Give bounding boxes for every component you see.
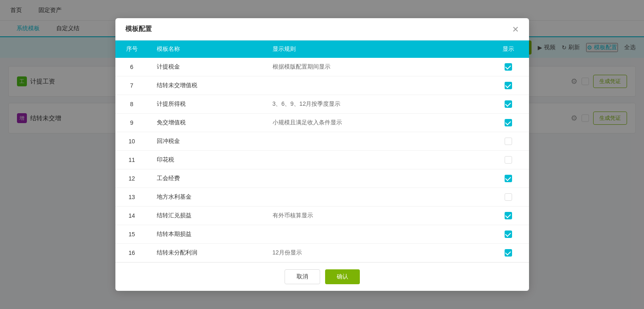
cell-name: 回冲税金 [148, 132, 264, 151]
modal-footer: 取消 确认 [115, 262, 529, 291]
checkbox-container [494, 100, 522, 108]
confirm-button[interactable]: 确认 [325, 269, 360, 284]
checkbox-container [494, 156, 522, 164]
cell-name: 免交增值税 [148, 114, 264, 132]
modal-header: 模板配置 ✕ [115, 18, 529, 40]
cell-show [488, 244, 529, 262]
cell-name: 结转本期损益 [148, 225, 264, 244]
modal-overlay: 模板配置 ✕ 序号 模板名称 显示规则 显示 6计提税金根据模版配置期间显示7结… [0, 0, 644, 309]
col-seq: 序号 [115, 40, 148, 58]
cell-seq: 15 [115, 225, 148, 244]
cell-show [488, 58, 529, 76]
table-body: 6计提税金根据模版配置期间显示7结转未交增值税8计提所得税3、6、9、12月按季… [115, 58, 529, 262]
checkbox-container [494, 249, 522, 257]
checkbox-checked[interactable] [505, 175, 512, 182]
cell-show [488, 169, 529, 188]
checkbox-container [494, 193, 522, 201]
cell-show [488, 151, 529, 169]
cell-seq: 7 [115, 76, 148, 95]
cell-rule [264, 169, 488, 188]
cell-rule: 12月份显示 [264, 244, 488, 262]
checkbox-container [494, 138, 522, 145]
cancel-button[interactable]: 取消 [285, 269, 320, 284]
cell-show [488, 95, 529, 114]
checkbox-checked[interactable] [505, 231, 512, 238]
cell-show [488, 207, 529, 225]
cell-show [488, 188, 529, 207]
cell-name: 结转汇兑损益 [148, 207, 264, 225]
table-row: 15结转本期损益 [115, 225, 529, 244]
modal-template-config: 模板配置 ✕ 序号 模板名称 显示规则 显示 6计提税金根据模版配置期间显示7结… [115, 18, 529, 291]
checkbox-container [494, 63, 522, 71]
checkbox-unchecked[interactable] [505, 156, 512, 164]
checkbox-container [494, 231, 522, 238]
cell-rule: 根据模版配置期间显示 [264, 58, 488, 76]
cell-name: 结转未交增值税 [148, 76, 264, 95]
modal-body[interactable]: 序号 模板名称 显示规则 显示 6计提税金根据模版配置期间显示7结转未交增值税8… [115, 40, 529, 262]
checkbox-checked[interactable] [505, 100, 512, 108]
table-row: 8计提所得税3、6、9、12月按季度显示 [115, 95, 529, 114]
checkbox-container [494, 175, 522, 182]
cell-rule [264, 188, 488, 207]
cell-name: 结转未分配利润 [148, 244, 264, 262]
cell-name: 计提所得税 [148, 95, 264, 114]
table-row: 11印花税 [115, 151, 529, 169]
cell-rule [264, 132, 488, 151]
checkbox-container [494, 82, 522, 89]
table-row: 9免交增值税小规模且满足收入条件显示 [115, 114, 529, 132]
cell-name: 计提税金 [148, 58, 264, 76]
cell-seq: 12 [115, 169, 148, 188]
cell-show [488, 114, 529, 132]
cell-rule [264, 151, 488, 169]
checkbox-checked[interactable] [505, 82, 512, 89]
checkbox-container [494, 212, 522, 219]
cell-seq: 8 [115, 95, 148, 114]
cell-show [488, 132, 529, 151]
cell-seq: 11 [115, 151, 148, 169]
cell-rule [264, 225, 488, 244]
modal-title: 模板配置 [125, 25, 152, 33]
checkbox-checked[interactable] [505, 212, 512, 219]
checkbox-checked[interactable] [505, 63, 512, 71]
checkbox-unchecked[interactable] [505, 193, 512, 201]
checkbox-container [494, 119, 522, 126]
cell-seq: 13 [115, 188, 148, 207]
col-rule: 显示规则 [264, 40, 488, 58]
cell-seq: 14 [115, 207, 148, 225]
table-row: 14结转汇兑损益有外币核算显示 [115, 207, 529, 225]
cell-name: 地方水利基金 [148, 188, 264, 207]
col-show: 显示 [488, 40, 529, 58]
cell-seq: 10 [115, 132, 148, 151]
checkbox-unchecked[interactable] [505, 138, 512, 145]
cell-rule: 有外币核算显示 [264, 207, 488, 225]
cell-rule [264, 76, 488, 95]
config-table: 序号 模板名称 显示规则 显示 6计提税金根据模版配置期间显示7结转未交增值税8… [115, 40, 529, 262]
cell-seq: 16 [115, 244, 148, 262]
cell-name: 工会经费 [148, 169, 264, 188]
cell-show [488, 225, 529, 244]
cell-seq: 9 [115, 114, 148, 132]
table-header: 序号 模板名称 显示规则 显示 [115, 40, 529, 58]
table-row: 10回冲税金 [115, 132, 529, 151]
table-row: 12工会经费 [115, 169, 529, 188]
cell-rule: 小规模且满足收入条件显示 [264, 114, 488, 132]
cell-seq: 6 [115, 58, 148, 76]
cell-show [488, 76, 529, 95]
table-row: 6计提税金根据模版配置期间显示 [115, 58, 529, 76]
table-row: 16结转未分配利润12月份显示 [115, 244, 529, 262]
cell-name: 印花税 [148, 151, 264, 169]
checkbox-checked[interactable] [505, 249, 512, 257]
modal-close-button[interactable]: ✕ [512, 25, 519, 33]
table-row: 7结转未交增值税 [115, 76, 529, 95]
col-name: 模板名称 [148, 40, 264, 58]
cell-rule: 3、6、9、12月按季度显示 [264, 95, 488, 114]
table-row: 13地方水利基金 [115, 188, 529, 207]
checkbox-checked[interactable] [505, 119, 512, 126]
